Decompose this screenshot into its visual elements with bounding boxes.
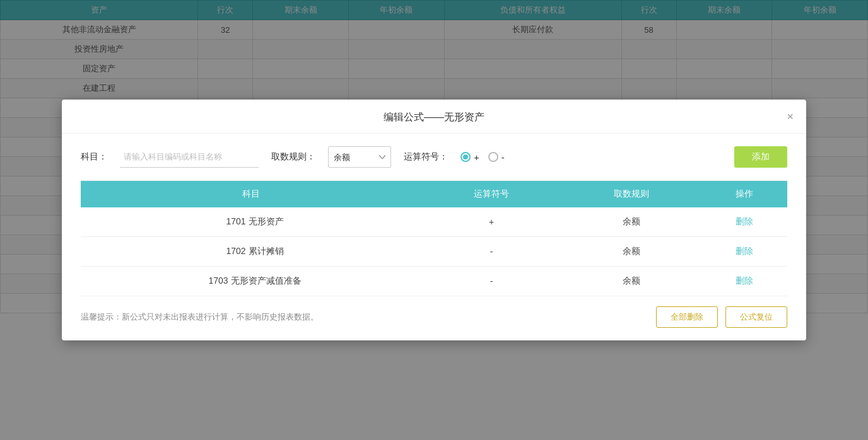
modal-title: 编辑公式——无形资产 <box>384 111 484 124</box>
modal-dialog: 编辑公式——无形资产 × 科目： 取数规则： 余额借方贷方借方发生额贷方发生额 … <box>62 100 806 340</box>
cell-action: 删除 <box>701 267 787 296</box>
cell-rule: 余额 <box>561 237 701 267</box>
cell-action: 删除 <box>701 237 787 267</box>
rule-select-wrap: 余额借方贷方借方发生额贷方发生额 <box>328 146 391 168</box>
delete-all-button[interactable]: 全部删除 <box>656 306 718 328</box>
close-button[interactable]: × <box>787 111 794 122</box>
operator-plus-option[interactable]: + <box>460 152 479 163</box>
operator-minus-label: - <box>501 152 505 163</box>
footer-tip: 温馨提示：新公式只对未出报表进行计算，不影响历史报表数据。 <box>81 311 319 323</box>
cell-action: 删除 <box>701 207 787 237</box>
subject-label: 科目： <box>81 151 107 163</box>
modal-header: 编辑公式——无形资产 × <box>62 100 806 134</box>
delete-row-button[interactable]: 删除 <box>736 275 753 287</box>
table-row: 1701 无形资产+余额删除 <box>81 207 787 237</box>
cell-operator: + <box>421 207 561 237</box>
cell-rule: 余额 <box>561 267 701 296</box>
table-header-row: 科目运算符号取数规则操作 <box>81 181 787 207</box>
reset-formula-button[interactable]: 公式复位 <box>725 306 787 328</box>
cell-operator: - <box>421 237 561 267</box>
form-row: 科目： 取数规则： 余额借方贷方借方发生额贷方发生额 运算符号： + - 添加 <box>62 134 806 180</box>
delete-row-button[interactable]: 删除 <box>736 216 753 228</box>
table-col-header: 操作 <box>701 181 787 207</box>
data-table-wrap: 科目运算符号取数规则操作 1701 无形资产+余额删除1702 累计摊销-余额删… <box>62 181 806 296</box>
operator-minus-radio[interactable] <box>488 152 498 162</box>
modal-overlay: 编辑公式——无形资产 × 科目： 取数规则： 余额借方贷方借方发生额贷方发生额 … <box>0 0 868 440</box>
cell-subject: 1701 无形资产 <box>81 207 421 237</box>
delete-row-button[interactable]: 删除 <box>736 246 753 257</box>
table-col-header: 科目 <box>81 181 421 207</box>
cell-operator: - <box>421 267 561 296</box>
table-row: 1702 累计摊销-余额删除 <box>81 237 787 267</box>
table-col-header: 运算符号 <box>421 181 561 207</box>
operator-minus-option[interactable]: - <box>488 152 505 163</box>
formula-table: 科目运算符号取数规则操作 1701 无形资产+余额删除1702 累计摊销-余额删… <box>81 181 787 296</box>
table-body: 1701 无形资产+余额删除1702 累计摊销-余额删除1703 无形资产减值准… <box>81 207 787 296</box>
operator-plus-label: + <box>474 152 479 163</box>
table-row: 1703 无形资产减值准备-余额删除 <box>81 267 787 296</box>
footer-actions: 全部删除 公式复位 <box>656 306 787 328</box>
cell-subject: 1703 无形资产减值准备 <box>81 267 421 296</box>
operator-radio-group: + - <box>460 152 505 163</box>
modal-footer: 温馨提示：新公式只对未出报表进行计算，不影响历史报表数据。 全部删除 公式复位 <box>62 296 806 340</box>
subject-input[interactable] <box>120 146 259 168</box>
operator-plus-radio[interactable] <box>460 152 471 162</box>
cell-subject: 1702 累计摊销 <box>81 237 421 267</box>
rule-label: 取数规则： <box>271 151 315 163</box>
rule-select[interactable]: 余额借方贷方借方发生额贷方发生额 <box>328 146 391 168</box>
add-button[interactable]: 添加 <box>734 146 787 168</box>
operator-label: 运算符号： <box>404 151 448 163</box>
cell-rule: 余额 <box>561 207 701 237</box>
table-col-header: 取数规则 <box>561 181 701 207</box>
